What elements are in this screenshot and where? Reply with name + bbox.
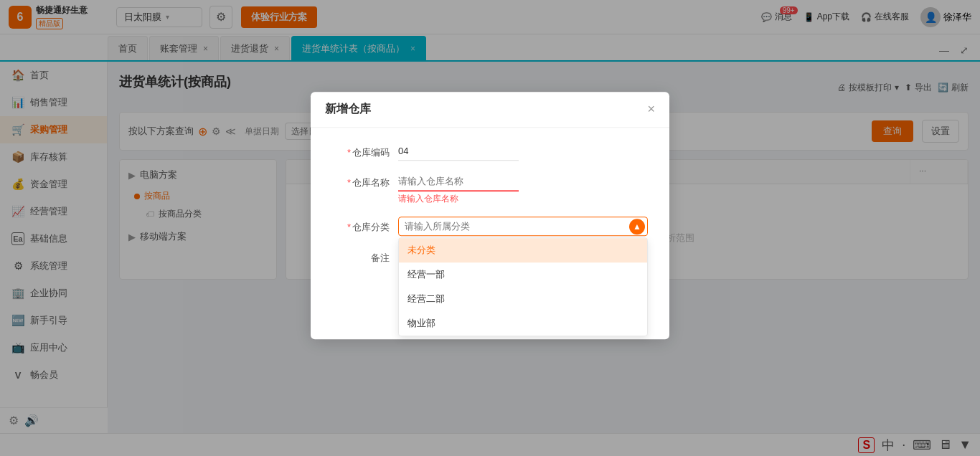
dropdown-option-2[interactable]: 经营二部 [399, 287, 647, 311]
dropdown-arrow-button[interactable]: ▲ [629, 219, 645, 234]
dropdown-option-3[interactable]: 物业部 [399, 311, 647, 336]
remark-label: 备注 [332, 247, 390, 265]
form-row-category: 仓库分类 ▲ 未分类 经营一部 经营二部 物业部 [332, 217, 648, 236]
category-label: 仓库分类 [332, 217, 390, 234]
dropdown-option-0[interactable]: 未分类 [399, 238, 647, 262]
form-row-name: 仓库名称 请输入仓库名称 [332, 172, 648, 205]
name-error-message: 请输入仓库名称 [398, 193, 648, 205]
form-row-code: 仓库编码 [332, 142, 648, 161]
modal-close-button[interactable]: × [647, 102, 655, 117]
modal-body: 仓库编码 仓库名称 请输入仓库名称 仓库分类 ▲ 未分类 [311, 128, 669, 293]
name-input-wrap: 请输入仓库名称 [398, 172, 648, 205]
category-dropdown-wrap: ▲ 未分类 经营一部 经营二部 物业部 [398, 217, 648, 236]
add-warehouse-modal: 新增仓库 × 仓库编码 仓库名称 请输入仓库名称 仓库分类 ▲ [311, 92, 669, 339]
modal-header: 新增仓库 × [311, 92, 669, 128]
name-label: 仓库名称 [332, 172, 390, 189]
modal-title: 新增仓库 [325, 102, 371, 117]
category-input[interactable] [398, 217, 648, 236]
warehouse-name-input[interactable] [398, 172, 519, 191]
warehouse-code-input[interactable] [398, 142, 519, 161]
dropdown-option-1[interactable]: 经营一部 [399, 262, 647, 287]
category-dropdown-list: 未分类 经营一部 经营二部 物业部 [398, 237, 648, 336]
code-input-wrap [398, 142, 648, 161]
code-label: 仓库编码 [332, 142, 390, 159]
chevron-up-icon: ▲ [633, 222, 641, 232]
